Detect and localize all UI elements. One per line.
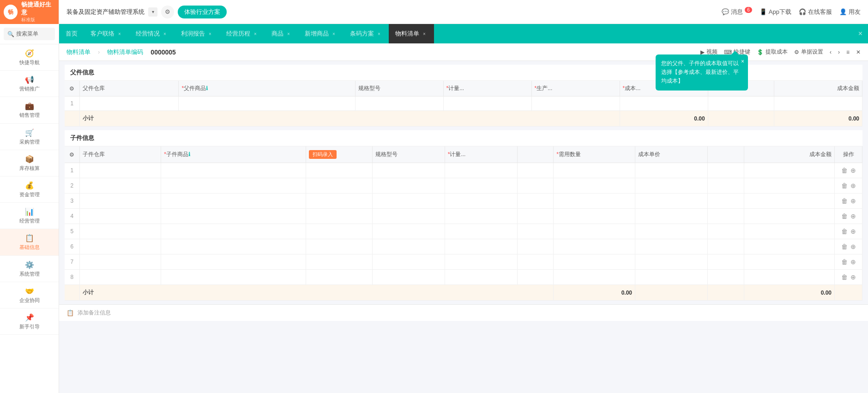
child-warehouse-cell-2[interactable] — [79, 178, 161, 193]
child-unit-cell-8[interactable] — [445, 270, 517, 285]
sidebar-item-operations[interactable]: 📊经营管理 — [0, 203, 59, 229]
nav-tab-close-8[interactable]: × — [421, 30, 428, 37]
copy-row-7-icon[interactable]: ⊕ — [850, 258, 856, 266]
child-price-cell-4[interactable] — [635, 209, 708, 224]
delete-row-6-icon[interactable]: 🗑 — [841, 243, 848, 250]
nav-tab-close-4[interactable]: × — [252, 30, 259, 37]
child-product-cell-3[interactable] — [161, 193, 306, 209]
parent-spec-cell[interactable] — [355, 97, 443, 111]
breadcrumb-material-list[interactable]: 物料清单 — [66, 48, 90, 56]
sidebar-item-basic-info[interactable]: 📋基础信息 — [0, 229, 59, 255]
child-product-cell-6[interactable] — [161, 239, 306, 254]
child-qty-cell-6[interactable] — [554, 239, 635, 254]
child-price-cell-8[interactable] — [635, 270, 708, 285]
child-spec-cell-8[interactable] — [372, 270, 445, 285]
delete-row-3-icon[interactable]: 🗑 — [841, 197, 848, 205]
sidebar-item-guide[interactable]: 📌新手引导 — [0, 308, 59, 335]
delete-row-1-icon[interactable]: 🗑 — [841, 167, 848, 174]
child-price-cell-7[interactable] — [635, 254, 708, 270]
child-warehouse-cell-3[interactable] — [79, 193, 161, 209]
nav-tab-close-3[interactable]: × — [207, 30, 213, 37]
nav-tab-0[interactable]: 首页 — [59, 24, 84, 43]
child-warehouse-cell-7[interactable] — [79, 254, 161, 270]
message-button[interactable]: 💬 消息 6 — [722, 8, 752, 16]
child-spec-cell-5[interactable] — [372, 224, 445, 239]
child-unit-cell-1[interactable] — [445, 163, 517, 178]
settings-icon[interactable]: ⚙ — [161, 6, 174, 18]
child-price-cell-3[interactable] — [635, 193, 708, 209]
parent-unit-cell[interactable] — [443, 97, 531, 111]
breadcrumb-material-code-label[interactable]: 物料清单编码 — [107, 48, 143, 56]
child-product-cell-8[interactable] — [161, 270, 306, 285]
sidebar-item-sales[interactable]: 💼销售管理 — [0, 97, 59, 123]
child-spec-cell-6[interactable] — [372, 239, 445, 254]
list-view-button[interactable]: ≡ — [846, 49, 850, 55]
child-spec-cell-7[interactable] — [372, 254, 445, 270]
child-price-cell-5[interactable] — [635, 224, 708, 239]
child-unit-cell-4[interactable] — [445, 209, 517, 224]
child-product-cell-4[interactable] — [161, 209, 306, 224]
nav-tab-close-6[interactable]: × — [331, 30, 337, 37]
copy-row-3-icon[interactable]: ⊕ — [850, 197, 856, 205]
child-warehouse-cell-6[interactable] — [79, 239, 161, 254]
child-price-cell-1[interactable] — [635, 163, 708, 178]
sidebar-item-finance[interactable]: 💰资金管理 — [0, 176, 59, 203]
copy-row-2-icon[interactable]: ⊕ — [850, 182, 856, 189]
close-all-tabs-button[interactable]: × — [853, 30, 868, 38]
sidebar-item-inventory[interactable]: 📦库存核算 — [0, 150, 59, 176]
parent-warehouse-cell[interactable] — [79, 97, 179, 111]
nav-tab-6[interactable]: 新增商品× — [298, 24, 344, 43]
delete-row-4-icon[interactable]: 🗑 — [841, 212, 848, 220]
close-page-button[interactable]: ✕ — [856, 49, 861, 55]
child-qty-cell-8[interactable] — [554, 270, 635, 285]
child-qty-cell-3[interactable] — [554, 193, 635, 209]
note-text[interactable]: 添加备注信息 — [78, 309, 111, 317]
sidebar-item-enterprise[interactable]: 🤝企业协同 — [0, 282, 59, 308]
copy-row-1-icon[interactable]: ⊕ — [850, 167, 856, 174]
parent-cost-cell[interactable] — [620, 97, 708, 111]
extract-cost-button[interactable]: 💲 提取成本 — [757, 48, 788, 56]
child-product-cell-5[interactable] — [161, 224, 306, 239]
child-unit-cell-5[interactable] — [445, 224, 517, 239]
child-warehouse-cell-8[interactable] — [79, 270, 161, 285]
copy-row-8-icon[interactable]: ⊕ — [850, 273, 856, 281]
child-spec-cell-2[interactable] — [372, 178, 445, 193]
copy-row-6-icon[interactable]: ⊕ — [850, 243, 856, 250]
nav-tab-close-1[interactable]: × — [116, 30, 123, 37]
child-spec-cell-1[interactable] — [372, 163, 445, 178]
delete-row-8-icon[interactable]: 🗑 — [841, 273, 848, 281]
child-unit-cell-7[interactable] — [445, 254, 517, 270]
nav-tab-2[interactable]: 经营情况× — [129, 24, 175, 43]
copy-row-5-icon[interactable]: ⊕ — [850, 228, 856, 235]
search-menu-button[interactable]: 🔍 搜索菜单 — [4, 28, 55, 40]
system-dropdown[interactable]: ▾ — [148, 7, 157, 17]
nav-tab-close-5[interactable]: × — [285, 30, 292, 37]
child-qty-cell-1[interactable] — [554, 163, 635, 178]
nav-prev-button[interactable]: ‹ — [830, 49, 832, 55]
child-product-cell-2[interactable] — [161, 178, 306, 193]
nav-tab-8[interactable]: 物料清单× — [389, 24, 434, 43]
sidebar-item-quick-nav[interactable]: 🧭快捷导航 — [0, 44, 59, 71]
child-spec-cell-4[interactable] — [372, 209, 445, 224]
child-unit-cell-2[interactable] — [445, 178, 517, 193]
nav-tab-3[interactable]: 利润报告× — [175, 24, 220, 43]
child-spec-cell-3[interactable] — [372, 193, 445, 209]
nav-tab-close-7[interactable]: × — [376, 30, 382, 37]
nav-tab-5[interactable]: 商品× — [265, 24, 298, 43]
child-unit-cell-6[interactable] — [445, 239, 517, 254]
sidebar-item-system[interactable]: ⚙️系统管理 — [0, 256, 59, 282]
scan-input-button[interactable]: 扫码录入 — [309, 150, 337, 159]
copy-row-4-icon[interactable]: ⊕ — [850, 212, 856, 220]
parent-product-cell[interactable] — [179, 97, 355, 111]
sidebar-item-marketing[interactable]: 📢营销推广 — [0, 71, 59, 97]
child-qty-cell-5[interactable] — [554, 224, 635, 239]
app-download-button[interactable]: 📱 App下载 — [760, 8, 791, 16]
child-qty-cell-2[interactable] — [554, 178, 635, 193]
child-warehouse-cell-4[interactable] — [79, 209, 161, 224]
online-service-button[interactable]: 🎧 在线客服 — [799, 8, 832, 16]
nav-tab-1[interactable]: 客户联络× — [84, 24, 129, 43]
sidebar-item-purchase[interactable]: 🛒采购管理 — [0, 124, 59, 150]
child-qty-cell-7[interactable] — [554, 254, 635, 270]
child-product-cell-7[interactable] — [161, 254, 306, 270]
child-warehouse-cell-1[interactable] — [79, 163, 161, 178]
